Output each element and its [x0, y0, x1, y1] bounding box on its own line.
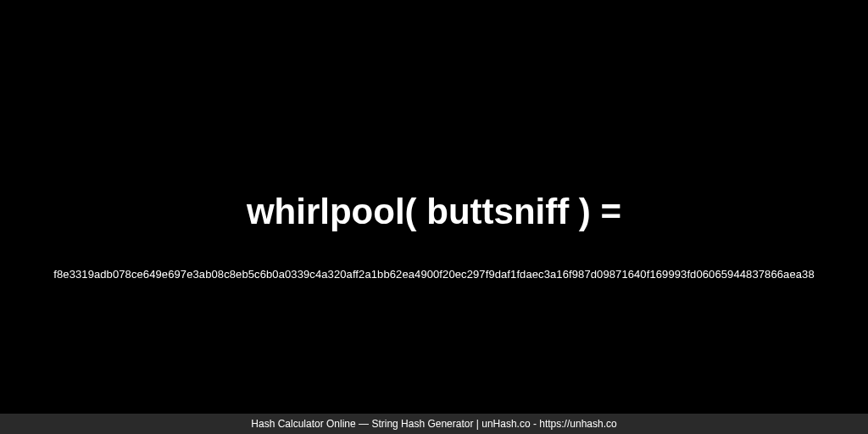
footer-bar: Hash Calculator Online — String Hash Gen…: [0, 414, 868, 434]
main-content: whirlpool( buttsniff ) = f8e3319adb078ce…: [0, 0, 868, 434]
hash-output-value: f8e3319adb078ce649e697e3ab08c8eb5c6b0a03…: [53, 268, 814, 281]
hash-expression-heading: whirlpool( buttsniff ) =: [247, 192, 621, 232]
footer-text: Hash Calculator Online — String Hash Gen…: [251, 418, 616, 430]
